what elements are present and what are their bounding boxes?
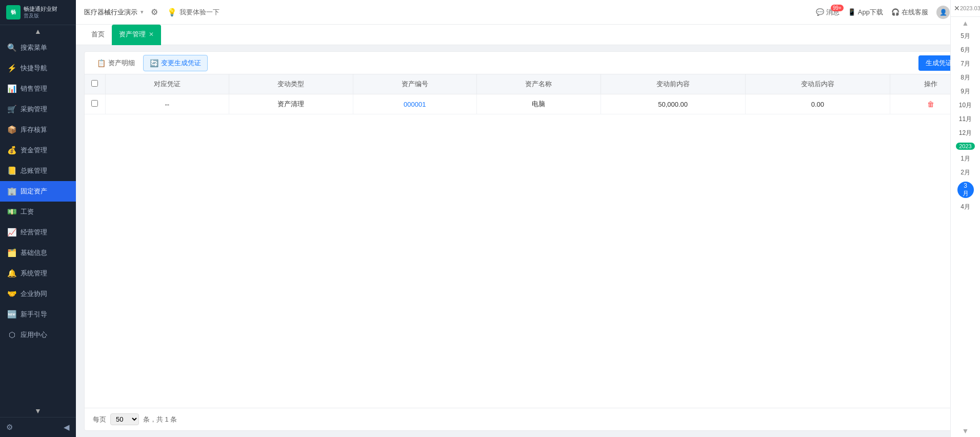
date-month-9[interactable]: 9月 bbox=[951, 85, 980, 98]
date-month-7[interactable]: 7月 bbox=[951, 57, 980, 71]
online-service-btn[interactable]: 🎧 在线客服 bbox=[891, 8, 928, 17]
date-month-2023-4[interactable]: 4月 bbox=[951, 200, 980, 214]
th-before-change: 变动前内容 bbox=[601, 74, 745, 94]
topbar-right: 💬 消息 99+ 📱 App下载 🎧 在线客服 👤 畅捷通 bbox=[816, 6, 972, 19]
tab-home-label: 首页 bbox=[91, 30, 105, 39]
close-tab-icon[interactable]: ✕ bbox=[149, 31, 154, 38]
sidebar-item-label: 新手引导 bbox=[21, 310, 47, 319]
sidebar-item-salary[interactable]: 💵 工资 bbox=[0, 202, 76, 222]
per-page-label: 每页 bbox=[93, 415, 106, 424]
sidebar-nav: 🔍 搜索菜单 ⚡ 快捷导航 📊 销售管理 🛒 采购管理 📦 库存核算 💰 资金管… bbox=[0, 37, 76, 405]
sidebar-item-basic-info[interactable]: 🗂️ 基础信息 bbox=[0, 243, 76, 263]
sub-tabs: 📋 资产明细 🔄 变更生成凭证 生成凭证 ▾ bbox=[85, 52, 971, 74]
sub-tab-change-voucher-label: 变更生成凭证 bbox=[161, 58, 201, 68]
app-download-label: App下载 bbox=[858, 8, 883, 17]
date-month-8[interactable]: 8月 bbox=[951, 71, 980, 85]
date-month-12[interactable]: 12月 bbox=[951, 126, 980, 140]
messages-btn[interactable]: 💬 消息 99+ bbox=[816, 8, 839, 17]
salary-icon: 💵 bbox=[7, 207, 16, 216]
tab-asset-management[interactable]: 资产管理 ✕ bbox=[112, 25, 161, 45]
per-page-select[interactable]: 50 10 20 100 bbox=[110, 413, 139, 425]
logo-icon: 畅 bbox=[6, 5, 21, 19]
sidebar-item-operations[interactable]: 📈 经营管理 bbox=[0, 222, 76, 243]
operations-icon: 📈 bbox=[7, 228, 16, 237]
table-wrap: 对应凭证 变动类型 资产编号 资产名称 变动前内容 变动后内容 操作 bbox=[85, 74, 971, 408]
th-asset-name: 资产名称 bbox=[477, 74, 601, 94]
date-month-10[interactable]: 10月 bbox=[951, 98, 980, 112]
fixed-assets-icon: 🏢 bbox=[7, 187, 16, 196]
bulb-icon: 💡 bbox=[167, 8, 177, 17]
sidebar-item-quick-nav[interactable]: ⚡ 快捷导航 bbox=[0, 58, 76, 78]
sidebar-item-ledger[interactable]: 📒 总账管理 bbox=[0, 161, 76, 181]
sidebar-item-label: 企业协同 bbox=[21, 289, 47, 299]
purchase-icon: 🛒 bbox=[7, 105, 16, 114]
tab-asset-management-label: 资产管理 bbox=[119, 30, 146, 39]
app-download-btn[interactable]: 📱 App下载 bbox=[848, 8, 883, 17]
app-center-icon: ⬡ bbox=[7, 330, 16, 340]
guide-icon: 🆕 bbox=[7, 310, 16, 319]
sidebar-item-inventory[interactable]: 📦 库存核算 bbox=[0, 120, 76, 140]
tab-home[interactable]: 首页 bbox=[84, 25, 112, 45]
date-month-2023-2[interactable]: 2月 bbox=[951, 166, 980, 180]
sidebar-item-guide[interactable]: 🆕 新手引导 bbox=[0, 304, 76, 325]
sidebar-item-fixed-assets[interactable]: 🏢 固定资产 bbox=[0, 181, 76, 202]
sidebar-item-search[interactable]: 🔍 搜索菜单 bbox=[0, 37, 76, 58]
enterprise-icon: 🤝 bbox=[7, 289, 16, 299]
sidebar-item-sales[interactable]: 📊 销售管理 bbox=[0, 78, 76, 99]
inventory-icon: 📦 bbox=[7, 125, 16, 134]
sidebar-item-system[interactable]: 🔔 系统管理 bbox=[0, 263, 76, 284]
sidebar-item-label: 经营管理 bbox=[21, 228, 47, 237]
logo: 畅 畅捷通好业财 普及版 bbox=[0, 0, 76, 25]
headset-icon: 🎧 bbox=[891, 8, 899, 16]
logo-abbr: 畅 bbox=[11, 9, 16, 16]
basic-info-icon: 🗂️ bbox=[7, 248, 16, 257]
app-download-icon: 📱 bbox=[848, 8, 856, 16]
td-before-change: 50,000.00 bbox=[601, 94, 745, 114]
system-icon: 🔔 bbox=[7, 269, 16, 278]
th-voucher: 对应凭证 bbox=[105, 74, 229, 94]
date-month-2023-3[interactable]: 3月 bbox=[957, 182, 974, 198]
company-name: 医疗器械行业演示 bbox=[84, 8, 137, 17]
sidebar-item-app-center[interactable]: ⬡ 应用中心 bbox=[0, 325, 76, 345]
td-asset-no: 000001 bbox=[353, 94, 477, 114]
change-voucher-icon: 🔄 bbox=[150, 59, 158, 67]
date-month-6[interactable]: 6月 bbox=[951, 43, 980, 57]
sidebar-item-label: 工资 bbox=[21, 207, 34, 216]
generate-label: 生成凭证 bbox=[926, 58, 952, 68]
sidebar-item-label: 基础信息 bbox=[21, 248, 47, 257]
sidebar-item-purchase[interactable]: 🛒 采购管理 bbox=[0, 99, 76, 120]
date-month-11[interactable]: 11月 bbox=[951, 112, 980, 126]
row-checkbox[interactable] bbox=[91, 100, 98, 107]
main-area: 医疗器械行业演示 ▾ ⚙ 💡 我要体验一下 💬 消息 99+ 📱 App下载 🎧… bbox=[76, 0, 980, 437]
table-row: -- 资产清理 000001 电脑 50,000.00 0.00 🗑 bbox=[85, 94, 971, 114]
sidebar-item-label: 应用中心 bbox=[21, 330, 47, 340]
select-all-checkbox[interactable] bbox=[91, 80, 98, 87]
sidebar-scroll-down[interactable]: ▼ bbox=[0, 405, 76, 417]
delete-row-icon[interactable]: 🗑 bbox=[927, 100, 934, 108]
sidebar-item-label: 系统管理 bbox=[21, 269, 47, 278]
td-asset-name: 电脑 bbox=[477, 94, 601, 114]
date-month-2023-1[interactable]: 1月 bbox=[951, 152, 980, 166]
sub-tab-change-voucher[interactable]: 🔄 变更生成凭证 bbox=[143, 55, 208, 71]
company-selector[interactable]: 医疗器械行业演示 ▾ bbox=[84, 8, 144, 17]
sidebar-item-enterprise[interactable]: 🤝 企业协同 bbox=[0, 284, 76, 304]
collapse-icon[interactable]: ◀ bbox=[64, 423, 70, 432]
sidebar-scroll-up[interactable]: ▲ bbox=[0, 25, 76, 37]
sidebar-item-label: 库存核算 bbox=[21, 125, 47, 134]
th-change-type: 变动类型 bbox=[229, 74, 353, 94]
table-header-row: 对应凭证 变动类型 资产编号 资产名称 变动前内容 变动后内容 操作 bbox=[85, 74, 971, 94]
year-badge-2023: 2023 bbox=[956, 143, 974, 150]
topbar: 医疗器械行业演示 ▾ ⚙ 💡 我要体验一下 💬 消息 99+ 📱 App下载 🎧… bbox=[76, 0, 980, 25]
close-date-sidebar-icon[interactable]: ✕ bbox=[954, 4, 960, 12]
settings-gear-icon[interactable]: ⚙ bbox=[151, 7, 158, 17]
sub-tab-asset-detail[interactable]: 📋 资产明细 bbox=[91, 55, 141, 71]
date-scroll-up[interactable]: ▲ bbox=[951, 17, 980, 29]
settings-icon[interactable]: ⚙ bbox=[6, 423, 13, 432]
sidebar-item-finance[interactable]: 💰 资金管理 bbox=[0, 140, 76, 161]
feedback-btn[interactable]: 💡 我要体验一下 bbox=[167, 8, 219, 17]
sidebar-item-label: 销售管理 bbox=[21, 84, 47, 93]
avatar: 👤 bbox=[936, 6, 950, 19]
date-scroll-down[interactable]: ▼ bbox=[951, 425, 980, 437]
date-month-5[interactable]: 5月 bbox=[951, 29, 980, 43]
sidebar-item-label: 搜索菜单 bbox=[21, 43, 47, 52]
